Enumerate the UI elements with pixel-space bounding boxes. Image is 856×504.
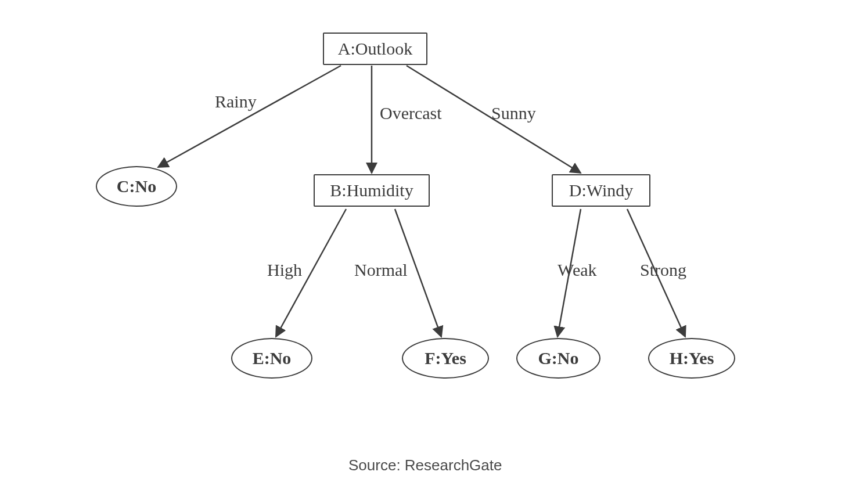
node-d-windy: D:Windy [552,174,650,207]
node-g-label: G:No [538,348,579,368]
edges-layer [0,0,856,504]
node-h-yes: H:Yes [648,338,735,379]
node-a-label: A:Outlook [338,39,412,59]
node-e-no: E:No [231,338,312,379]
edge-label-normal: Normal [354,260,408,280]
node-h-label: H:Yes [670,348,714,368]
node-d-label: D:Windy [569,181,633,200]
edge-label-overcast: Overcast [380,103,442,123]
edge-label-weak: Weak [558,260,597,280]
node-f-yes: F:Yes [402,338,489,379]
caption-source: Source: ResearchGate [348,456,502,474]
edge-a-c [158,66,341,167]
node-b-label: B:Humidity [330,181,413,200]
decision-tree-diagram: A:Outlook C:No B:Humidity D:Windy E:No F… [0,0,856,504]
node-c-label: C:No [117,177,156,196]
edge-label-sunny: Sunny [491,103,536,123]
node-f-label: F:Yes [425,348,466,368]
node-g-no: G:No [516,338,600,379]
edge-label-high: High [267,260,302,280]
node-e-label: E:No [253,348,292,368]
edge-label-strong: Strong [640,260,686,280]
node-c-no: C:No [96,166,177,207]
node-b-humidity: B:Humidity [314,174,430,207]
node-a-outlook: A:Outlook [323,33,427,65]
edge-label-rainy: Rainy [215,92,257,111]
